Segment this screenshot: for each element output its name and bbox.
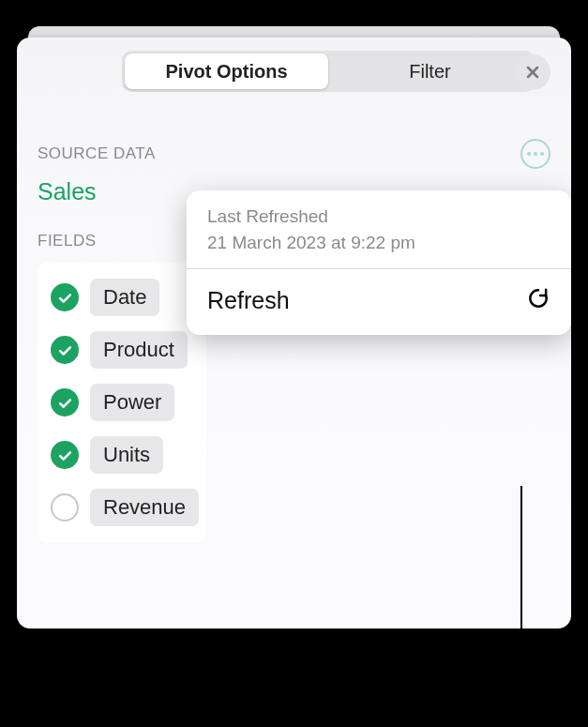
refresh-popover: Last Refreshed 21 March 2023 at 9:22 pm … [187, 190, 571, 335]
field-checkbox-power[interactable] [51, 388, 79, 417]
refresh-label: Refresh [207, 287, 290, 314]
close-button[interactable] [515, 54, 550, 90]
field-checkbox-units[interactable] [51, 441, 79, 469]
callout-line [520, 486, 522, 653]
callout-text: Tap to refresh the pivot table data. [244, 657, 563, 713]
check-icon [57, 290, 73, 306]
check-icon [57, 447, 73, 463]
field-row: Revenue [51, 481, 193, 534]
field-row: Power [51, 376, 193, 429]
source-data-title: SOURCE DATA [38, 144, 156, 163]
field-checkbox-revenue[interactable] [51, 493, 79, 522]
source-data-more-button[interactable] [520, 139, 550, 169]
ellipsis-icon [527, 152, 544, 156]
field-row: Date [51, 271, 193, 324]
field-checkbox-product[interactable] [51, 336, 79, 364]
fields-card: Date Product Power Units [38, 262, 206, 543]
source-data-header: SOURCE DATA [38, 139, 550, 169]
refresh-button[interactable]: Refresh [187, 269, 571, 335]
field-pill-power[interactable]: Power [90, 384, 174, 421]
tab-filter[interactable]: Filter [328, 53, 532, 89]
field-pill-units[interactable]: Units [90, 436, 163, 474]
tab-pivot-options[interactable]: Pivot Options [125, 53, 328, 89]
refresh-popover-header: Last Refreshed 21 March 2023 at 9:22 pm [187, 190, 571, 268]
tab-row: Pivot Options Filter [17, 51, 571, 92]
field-pill-date[interactable]: Date [90, 279, 159, 316]
check-icon [57, 395, 73, 411]
refresh-icon [526, 286, 550, 314]
check-icon [57, 342, 73, 358]
field-row: Units [51, 429, 193, 481]
tab-segmented-control: Pivot Options Filter [122, 51, 535, 92]
field-pill-revenue[interactable]: Revenue [90, 489, 199, 526]
last-refreshed-timestamp: 21 March 2023 at 9:22 pm [207, 230, 550, 256]
close-icon [525, 65, 540, 80]
field-checkbox-date[interactable] [51, 283, 79, 311]
last-refreshed-label: Last Refreshed [207, 204, 550, 230]
field-row: Product [51, 324, 193, 376]
field-pill-product[interactable]: Product [90, 331, 188, 369]
